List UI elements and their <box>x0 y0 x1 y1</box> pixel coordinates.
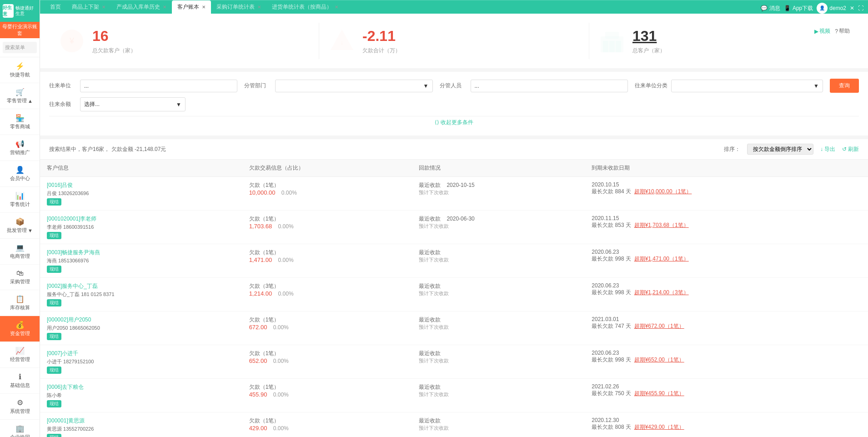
overdue-amount-link[interactable]: 超期¥672.00（1笔） <box>634 323 684 329</box>
collapse-tabs-icon[interactable]: ✕ <box>850 5 854 11</box>
sidebar-item-label: 系统管理 <box>3 408 37 415</box>
customer-name-link[interactable]: [0007]小进千 <box>47 350 236 357</box>
tab-purchase-stat-close[interactable]: ✕ <box>335 5 338 10</box>
overdue-days: 最长欠款 747 天 <box>592 323 632 329</box>
chevron-down-icon: ▼ <box>176 101 181 108</box>
due-date-cell: 2020.12.30 最长欠款 808 天 超期¥429.00（1笔） <box>585 412 868 437</box>
sidebar-item-retail-mall[interactable]: 🏪 零售商城 <box>0 109 40 135</box>
customer-name-link[interactable]: [0003]畅捷服务尹海燕 <box>47 249 236 256</box>
next-collect-label: 预计下次收款 <box>419 324 578 331</box>
customer-info-cell: [0007]小进千 小进千 18279152100 现结 <box>40 345 242 379</box>
person-label: 分管人员 <box>440 82 467 90</box>
sidebar-item-retail-stat[interactable]: 📊 零售统计 <box>0 187 40 213</box>
overdue-amount-link[interactable]: 超期¥10,000.00（1笔） <box>634 188 692 195</box>
debt-percent: 0.00% <box>273 392 289 398</box>
customer-name-link[interactable]: [0002]服务中心_丁磊 <box>47 282 236 290</box>
stat-icon-debt: ¥ <box>58 27 85 55</box>
due-date: 2020.06.23 <box>592 350 861 356</box>
customer-name-link[interactable]: [000002]用户2050 <box>47 316 236 324</box>
debt-info-cell: 欠款（1笔） 1,471.00 0.00% <box>242 244 412 278</box>
sidebar-item-ecommerce[interactable]: 💻 电商管理 <box>0 239 40 265</box>
stat-number-debt-amount: -2.11 <box>362 27 580 45</box>
expand-tabs-icon[interactable]: ⛶ <box>858 5 863 11</box>
due-date-cell: 2020.10.15 最长欠款 884 天 超期¥10,000.00（1笔） <box>585 177 868 211</box>
tab-product-offline[interactable]: 商品上下架 ✕ <box>66 0 111 14</box>
table-row: [0001020001]李老师 李老师 18600391516 现结 欠款（1笔… <box>40 211 868 244</box>
tab-purchase-stat-label: 进货单统计表（按商品） <box>272 3 332 11</box>
message-button[interactable]: 💬 消息 <box>761 5 780 12</box>
due-date: 2020.06.23 <box>592 249 861 255</box>
tab-product-offline-close[interactable]: ✕ <box>102 5 105 10</box>
collapse-filters-button[interactable]: ⟨⟩ 收起更多条件 <box>49 116 859 129</box>
debt-count: 欠款（1笔） <box>249 350 405 357</box>
tab-purchase-stat[interactable]: 进货单统计表（按商品） ✕ <box>266 0 344 14</box>
overdue-amount-link[interactable]: 超期¥1,471.00（1笔） <box>634 256 689 262</box>
balance-select[interactable]: 选择... ▼ <box>80 97 186 111</box>
overdue-amount-link[interactable]: 超期¥455.90（1笔） <box>634 390 684 397</box>
unit-class-select[interactable]: ▼ <box>671 80 823 92</box>
sort-select[interactable]: 按欠款金额倒序排序 <box>747 144 813 155</box>
stat-number-debt-customers: 16 <box>92 27 310 45</box>
brand-bar: 母婴行业演示账套 <box>0 22 40 38</box>
from-unit-input[interactable]: ... <box>80 80 237 92</box>
debt-count: 欠款（1笔） <box>249 181 405 189</box>
tab-product-history[interactable]: 产成品入库单历史 ✕ <box>111 0 172 14</box>
sidebar-item-basic-info[interactable]: ℹ 基础信息 <box>0 368 40 394</box>
sidebar-item-quick-nav[interactable]: ⚡ 快捷导航 <box>0 57 40 83</box>
customer-badge: 现结 <box>47 299 61 306</box>
sidebar-item-label: 零售商城 <box>3 123 37 130</box>
customer-badge: 现结 <box>47 232 61 239</box>
video-help-button[interactable]: ▶ 视频 <box>814 27 830 35</box>
svg-rect-6 <box>603 41 608 52</box>
tab-purchase-order[interactable]: 采购订单统计表 ✕ <box>211 0 266 14</box>
export-button[interactable]: ↓ 导出 <box>820 146 835 153</box>
sidebar-item-batch-mgmt[interactable]: 📦 批发管理 ▼ <box>0 213 40 239</box>
person-input[interactable]: ... <box>471 80 628 92</box>
sidebar-search-area: 搜索菜单 <box>0 38 40 57</box>
results-header: 搜索结果中，客户16家， 欠款金额 -21,148.07元 排序： 按欠款金额倒… <box>40 139 868 160</box>
customer-name-link[interactable]: [0001020001]李老师 <box>47 215 236 223</box>
search-button[interactable]: 查询 <box>830 79 859 93</box>
customer-badge: 现结 <box>47 400 61 407</box>
sidebar-item-label: 库存核算 <box>3 304 37 311</box>
overdue-days: 最长欠款 853 天 <box>592 222 632 228</box>
sidebar-item-operations[interactable]: 📈 经营管理 <box>0 342 40 368</box>
tab-customer-account-close[interactable]: ✕ <box>202 5 206 10</box>
customer-info-cell: [000001]黄思源 黄思源 13552700226 现结 <box>40 412 242 437</box>
help-button[interactable]: ? 帮助 <box>835 27 850 35</box>
user-avatar[interactable]: 👤 demo2 <box>817 3 846 14</box>
collection-cell: 最近收款 预计下次收款 <box>412 311 585 345</box>
collection-cell: 最近收款 预计下次收款 <box>412 278 585 311</box>
sidebar-item-marketing[interactable]: 📢 营销推广 <box>0 135 40 161</box>
overdue-amount-link[interactable]: 超期¥429.00（1笔） <box>634 424 684 430</box>
tab-product-history-close[interactable]: ✕ <box>163 5 166 10</box>
sidebar-item-label: 批发管理 <box>7 227 27 234</box>
sidebar-item-label: 零售管理 <box>7 97 27 104</box>
customer-name-link[interactable]: [0006]去下粮仓 <box>47 383 236 391</box>
debt-amount: 455.90 <box>249 391 267 398</box>
tab-customer-account[interactable]: 客户账本 ✕ <box>172 0 211 14</box>
tab-purchase-order-close[interactable]: ✕ <box>257 5 261 10</box>
sidebar-item-enterprise[interactable]: 🏢 企业协同 <box>0 420 40 437</box>
tab-home[interactable]: 首页 <box>45 0 66 14</box>
sidebar-item-inventory[interactable]: 📋 库存核算 <box>0 290 40 316</box>
overdue-amount-link[interactable]: 超期¥1,703.68（1笔） <box>634 222 689 228</box>
sidebar-item-system[interactable]: ⚙ 系统管理 <box>0 394 40 420</box>
sidebar-item-purchase[interactable]: 🛍 采购管理 <box>0 265 40 290</box>
overdue-amount-link[interactable]: 超期¥1,214.00（3笔） <box>634 289 689 296</box>
refresh-button[interactable]: ↺ 刷新 <box>842 146 859 153</box>
search-menu-button[interactable]: 搜索菜单 <box>3 42 37 53</box>
customer-name-link[interactable]: [000001]黄思源 <box>47 417 236 425</box>
next-collect-label: 预计下次收款 <box>419 256 578 263</box>
tab-product-offline-label: 商品上下架 <box>72 3 99 11</box>
customer-info-cell: [0006]去下粮仓 陈小希 现结 <box>40 379 242 412</box>
sidebar-item-retail-mgmt[interactable]: 🛒 零售管理 ▲ <box>0 83 40 109</box>
customer-badge: 现结 <box>47 266 61 273</box>
sidebar-item-member[interactable]: 👤 会员中心 <box>0 161 40 187</box>
dept-select[interactable]: ▼ <box>275 80 432 92</box>
app-download-button[interactable]: 📱 App下载 <box>784 5 813 12</box>
customer-name-link[interactable]: [0016]吕俊 <box>47 181 236 189</box>
sidebar-item-finance[interactable]: 💰 资金管理 <box>0 316 40 342</box>
retail-mall-icon: 🏪 <box>3 114 37 122</box>
overdue-amount-link[interactable]: 超期¥652.00（1笔） <box>634 357 684 363</box>
